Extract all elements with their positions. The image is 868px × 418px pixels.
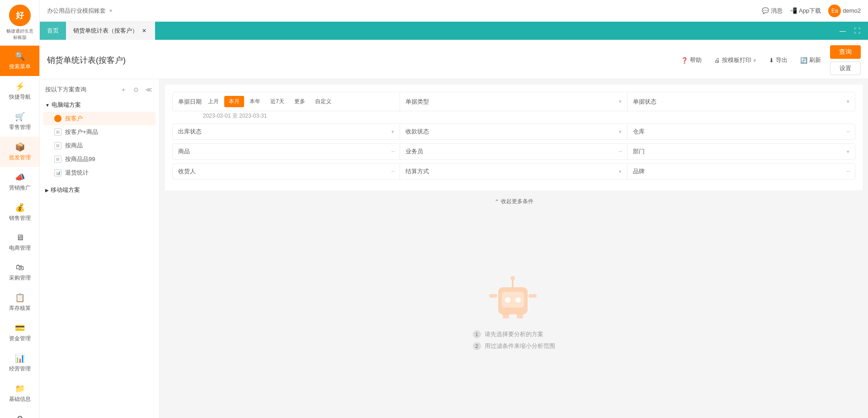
settings-button[interactable]: 设置 <box>830 62 861 75</box>
filter-cell-date: 单据日期 上月 本月 本年 近7天 更多 自定义 <box>173 92 400 111</box>
filter-cell-type[interactable]: 单据类型 ▾ <box>400 92 627 111</box>
system-icon: ⚙ <box>16 414 24 418</box>
collapse-panel-button[interactable]: ≪ <box>144 85 154 95</box>
filter-cell-warehouse[interactable]: 仓库 ··· <box>627 124 855 139</box>
date-custom[interactable]: 自定义 <box>311 96 336 107</box>
tip-num-2: 2 <box>473 342 481 350</box>
robot-svg <box>487 271 541 321</box>
add-scheme-button[interactable]: + <box>118 85 128 95</box>
scheme-item-by-customer[interactable]: 按客户 <box>43 112 156 125</box>
date-label: 单据日期 <box>178 98 203 106</box>
sidebar: 好 畅捷通好生意 标账版 🔍 搜索菜单 ⚡ 快捷导航 🛒 零售管理 📦 批发管理… <box>0 0 40 418</box>
logo-icon: 好 <box>9 5 31 26</box>
filter-cell-settle[interactable]: 结算方式 ▾ <box>400 164 627 179</box>
page-header: 销货单统计表(按客户) ❓ 帮助 🖨 按模板打印 ▾ ⬇ 导出 🔄 刷新 <box>40 40 868 79</box>
sidebar-item-retail[interactable]: 🛒 零售管理 <box>0 106 39 137</box>
date-last-7days[interactable]: 近7天 <box>266 96 289 107</box>
svg-rect-6 <box>489 294 497 298</box>
message-button[interactable]: 💬 消息 <box>762 7 783 15</box>
scheme-item-by-goods[interactable]: ⊞ 按商品 <box>43 139 156 152</box>
tab-sales-stats[interactable]: 销货单统计表（按客户） ✕ <box>66 22 155 40</box>
date-this-year[interactable]: 本年 <box>245 96 265 107</box>
sidebar-item-marketing[interactable]: 📣 营销推广 <box>0 167 39 197</box>
template-print-button[interactable]: 🖨 按模板打印 ▾ <box>711 54 760 66</box>
filter-cell-dept[interactable]: 部门 ▾ <box>627 144 855 159</box>
sidebar-menu: 🔍 搜索菜单 ⚡ 快捷导航 🛒 零售管理 📦 批发管理 📣 营销推广 💰 销售管… <box>0 46 39 418</box>
collectstatus-arrow-icon: ▾ <box>619 129 622 135</box>
sidebar-item-basic[interactable]: 📁 基础信息 <box>0 378 39 408</box>
sidebar-item-label: 电商管理 <box>9 244 31 252</box>
sidebar-item-label: 零售管理 <box>9 124 31 131</box>
scheme-group-desktop-title[interactable]: ▼ 电脑端方案 <box>43 98 156 112</box>
marketing-icon: 📣 <box>15 172 25 182</box>
body-wrap: 按以下方案查询 + ⊙ ≪ ▼ 电脑端方案 按客户 <box>40 79 868 418</box>
filter-cell-outstatus[interactable]: 出库状态 ▾ <box>173 124 400 139</box>
edit-scheme-button[interactable]: ⊙ <box>131 85 141 95</box>
help-button[interactable]: ❓ 帮助 <box>677 54 705 66</box>
sidebar-item-label: 批发管理 <box>9 154 31 162</box>
filter-cell-collectstatus[interactable]: 收款状态 ▾ <box>400 124 627 139</box>
scheme-item-by-customer-goods[interactable]: ⊞ 按客户+商品 <box>43 125 156 139</box>
quicknav-icon: ⚡ <box>15 81 25 91</box>
warehouse-label: 仓库 <box>633 128 658 136</box>
dept-arrow-icon: ▾ <box>847 149 849 155</box>
filter-cell-receiver[interactable]: 收货人 ··· <box>173 164 400 179</box>
sidebar-item-purchase[interactable]: 🛍 采购管理 <box>0 257 39 287</box>
tab-close-button[interactable]: ✕ <box>141 27 148 34</box>
filter-row-4: 收货人 ··· 结算方式 ▾ 品牌 ··· <box>172 163 855 180</box>
filter-cell-brand[interactable]: 品牌 ··· <box>627 164 855 179</box>
refresh-button[interactable]: 🔄 刷新 <box>797 54 825 66</box>
query-button[interactable]: 查询 <box>830 45 861 59</box>
brand-dots-icon: ··· <box>846 167 849 176</box>
scheme-item-return-stats[interactable]: 📊 退货统计 <box>43 166 156 180</box>
tab-home[interactable]: 首页 <box>40 22 66 40</box>
sidebar-item-search[interactable]: 🔍 搜索菜单 <box>0 46 39 76</box>
collapse-bar[interactable]: ⌃ 收起更多条件 <box>165 194 863 209</box>
page-title: 销货单统计表(按客户) <box>47 55 677 66</box>
sidebar-item-ecom[interactable]: 🖥 电商管理 <box>0 228 39 257</box>
tab-maximize-button[interactable]: ⛶ <box>852 25 863 36</box>
tip-num-1: 1 <box>473 330 481 338</box>
download-button[interactable]: 📲 App下载 <box>790 7 821 15</box>
help-icon: ❓ <box>681 57 688 64</box>
retail-icon: 🛒 <box>15 112 25 122</box>
settle-arrow-icon: ▾ <box>619 169 622 175</box>
user-profile[interactable]: Ea demo2 <box>828 5 861 17</box>
wholesale-icon: 📦 <box>15 142 25 152</box>
sidebar-item-operation[interactable]: 📊 经营管理 <box>0 348 39 378</box>
goods-label: 商品 <box>178 147 203 156</box>
export-button[interactable]: ⬇ 导出 <box>765 54 791 66</box>
sidebar-item-inventory[interactable]: 📋 库存核算 <box>0 287 39 318</box>
sidebar-item-quick-nav[interactable]: ⚡ 快捷导航 <box>0 76 39 106</box>
sidebar-item-sales[interactable]: 💰 销售管理 <box>0 197 39 228</box>
scheme-group-mobile-title[interactable]: ▶ 移动端方案 <box>43 183 156 197</box>
filter-area: 单据日期 上月 本月 本年 近7天 更多 自定义 <box>165 85 863 190</box>
page-actions: ❓ 帮助 🖨 按模板打印 ▾ ⬇ 导出 🔄 刷新 查询 <box>677 45 861 75</box>
tab-minimize-button[interactable]: — <box>837 25 848 36</box>
sidebar-item-wholesale[interactable]: 📦 批发管理 <box>0 137 39 167</box>
salesman-dots-icon: ··· <box>618 147 622 156</box>
collapse-arrow-icon: ⌃ <box>495 199 499 205</box>
sidebar-item-label: 库存核算 <box>9 304 31 312</box>
export-icon: ⬇ <box>769 57 774 64</box>
empty-tip-2: 2 用过滤条件来缩小分析范围 <box>473 342 555 350</box>
brand-label: 品牌 <box>633 167 658 176</box>
sidebar-item-finance[interactable]: 💳 资金管理 <box>0 318 39 348</box>
filter-cell-status[interactable]: 单据状态 ▾ <box>627 92 855 111</box>
date-more[interactable]: 更多 <box>290 96 310 107</box>
filter-cell-salesman[interactable]: 业务员 ··· <box>400 144 627 159</box>
salesman-label: 业务员 <box>406 147 431 156</box>
date-last-month[interactable]: 上月 <box>203 96 223 107</box>
status-label: 单据状态 <box>633 98 658 106</box>
topbar-actions: 💬 消息 📲 App下载 Ea demo2 <box>762 5 861 17</box>
svg-rect-9 <box>517 313 523 318</box>
date-this-month[interactable]: 本月 <box>224 96 244 107</box>
finance-icon: 💳 <box>15 323 25 333</box>
avatar: Ea <box>828 5 841 17</box>
topbar: 办公用品行业模拟账套 ▾ 💬 消息 📲 App下载 Ea demo2 <box>40 0 868 22</box>
sidebar-item-system[interactable]: ⚙ 系统管理 <box>0 408 39 418</box>
svg-rect-8 <box>503 313 509 318</box>
filter-cell-goods[interactable]: 商品 ··· <box>173 144 400 159</box>
svg-point-2 <box>505 297 510 303</box>
scheme-item-by-goods99[interactable]: ⊞ 按商品品99 <box>43 152 156 166</box>
